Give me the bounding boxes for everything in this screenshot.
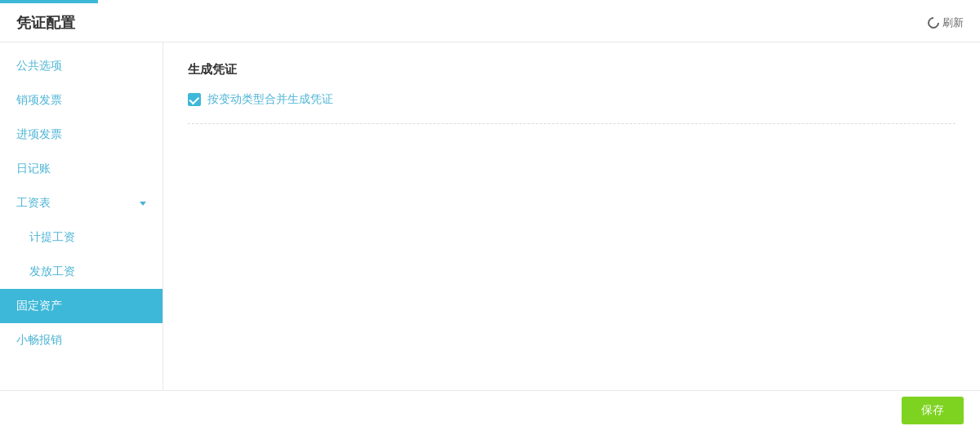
active-tab-indicator — [0, 0, 98, 3]
sidebar-item-fixed-assets[interactable]: 固定资产 — [0, 289, 163, 323]
main-content: 生成凭证 按变动类型合并生成凭证 — [163, 42, 980, 390]
section-title: 生成凭证 — [188, 62, 956, 78]
sidebar-item-journal[interactable]: 日记账 — [0, 152, 163, 186]
page-title: 凭证配置 — [16, 13, 75, 33]
merge-by-type-label[interactable]: 按变动类型合并生成凭证 — [207, 92, 333, 107]
sidebar-item-public-options[interactable]: 公共选项 — [0, 49, 163, 83]
sidebar-item-payroll-release[interactable]: 发放工资 — [0, 255, 163, 289]
merge-by-type-checkbox[interactable] — [188, 93, 201, 106]
sidebar-item-label-fixed-assets: 固定资产 — [16, 299, 62, 313]
sidebar-item-payroll-table[interactable]: 工资表 — [0, 186, 163, 220]
sidebar-item-label-purchase-invoice: 进项发票 — [16, 127, 62, 142]
sidebar-item-purchase-invoice[interactable]: 进项发票 — [0, 118, 163, 152]
sidebar-item-sales-invoice[interactable]: 销项发票 — [0, 83, 163, 118]
main-layout: 公共选项销项发票进项发票日记账工资表计提工资发放工资固定资产小畅报销 生成凭证 … — [0, 42, 980, 390]
sidebar-item-label-payroll-table: 工资表 — [16, 196, 51, 211]
sidebar-item-label-payroll-release: 发放工资 — [29, 264, 75, 279]
sidebar: 公共选项销项发票进项发票日记账工资表计提工资发放工资固定资产小畅报销 — [0, 42, 163, 390]
refresh-icon — [925, 15, 942, 31]
footer: 保存 — [0, 390, 980, 426]
section-divider — [188, 123, 956, 124]
sidebar-item-label-expense-claim: 小畅报销 — [16, 333, 62, 348]
top-tabs-bar — [0, 0, 980, 3]
save-button[interactable]: 保存 — [902, 397, 964, 424]
sidebar-item-label-sales-invoice: 销项发票 — [16, 93, 62, 108]
sidebar-item-payroll-accrual[interactable]: 计提工资 — [0, 220, 163, 255]
chevron-down-icon — [140, 202, 146, 206]
checkbox-row: 按变动类型合并生成凭证 — [188, 92, 956, 107]
refresh-button[interactable]: 刷新 — [928, 16, 964, 30]
sidebar-item-label-public-options: 公共选项 — [16, 59, 62, 73]
header: 凭证配置 刷新 — [0, 3, 980, 42]
sidebar-item-label-journal: 日记账 — [16, 162, 51, 176]
refresh-label: 刷新 — [942, 16, 964, 30]
sidebar-item-label-payroll-accrual: 计提工资 — [29, 230, 75, 245]
sidebar-item-expense-claim[interactable]: 小畅报销 — [0, 323, 163, 357]
